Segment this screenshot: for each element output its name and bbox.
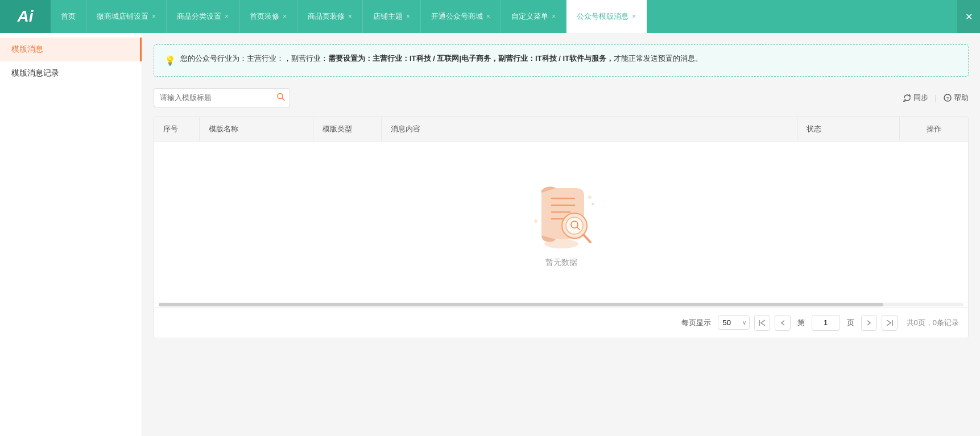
notice-text: 您的公众号行业为：主营行业：，副营行业：需要设置为：主营行业：IT科技 / 互联…: [180, 53, 702, 65]
nav-tab-label: 公众号模版消息: [577, 11, 628, 22]
col-header-status: 状态: [797, 117, 900, 141]
last-page-button[interactable]: [882, 315, 898, 331]
content-area: 💡 您的公众号行业为：主营行业：，副营行业：需要设置为：主营行业：IT科技 / …: [142, 33, 980, 436]
nav-tab-template-msg[interactable]: 公众号模版消息×: [567, 0, 647, 33]
col-header-type: 模版类型: [313, 117, 382, 141]
notice-prefix: 您的公众号行业为：主营行业：，副营行业：: [180, 54, 328, 63]
scroll-track: [159, 303, 964, 306]
main-layout: 模版消息模版消息记录 💡 您的公众号行业为：主营行业：，副营行业：需要设置为：主…: [0, 33, 980, 436]
scroll-thumb[interactable]: [159, 303, 883, 306]
scroll-bar-area: [154, 302, 968, 308]
nav-tab-label: 自定义菜单: [511, 11, 548, 22]
divider: |: [935, 93, 937, 102]
first-page-button[interactable]: [754, 315, 770, 331]
help-button[interactable]: ? 帮助: [944, 93, 969, 103]
nav-tab-label: 商品页装修: [308, 11, 345, 22]
nav-tab-product-category[interactable]: 商品分类设置×: [167, 0, 239, 33]
help-icon: ?: [944, 94, 952, 102]
page-di-label: 第: [797, 318, 805, 328]
empty-text: 暂无数据: [545, 258, 577, 268]
table-wrap: 序号 模版名称 模版类型 消息内容 状态 操作: [154, 117, 969, 338]
search-input[interactable]: [154, 88, 290, 107]
nav-tab-label: 开通公众号商城: [431, 11, 483, 22]
svg-point-15: [592, 203, 594, 205]
nav-tab-close-custom-menu[interactable]: ×: [552, 13, 556, 20]
nav-tab-product-decor[interactable]: 商品页装修×: [297, 0, 363, 33]
prev-page-button[interactable]: [775, 315, 791, 331]
nav-tab-close-wechat-shop[interactable]: ×: [152, 13, 156, 20]
search-input-wrap: [154, 88, 290, 107]
nav-tab-close-open-wechat[interactable]: ×: [486, 13, 490, 20]
next-page-button[interactable]: [861, 315, 877, 331]
pagination: 每页显示 50 10 20 100 第 页: [154, 308, 968, 338]
svg-point-10: [566, 217, 583, 234]
sidebar-item-template-msg[interactable]: 模版消息: [0, 38, 142, 61]
total-text: 共0页，0条记录: [907, 318, 959, 328]
nav-tab-label: 微商城店铺设置: [97, 11, 148, 22]
col-header-name: 模版名称: [200, 117, 313, 141]
empty-illustration: [524, 176, 598, 255]
logo: Ai: [0, 0, 51, 33]
svg-line-11: [584, 235, 590, 242]
search-button[interactable]: [276, 92, 286, 103]
sync-icon: [903, 94, 911, 102]
table-header: 序号 模版名称 模版类型 消息内容 状态 操作: [154, 117, 968, 142]
search-bar: 同步 | ? 帮助: [154, 88, 969, 107]
nav-tab-close-template-msg[interactable]: ×: [632, 13, 636, 20]
nav-tab-home[interactable]: 首页: [51, 0, 86, 33]
nav-tab-close-product-category[interactable]: ×: [225, 13, 229, 20]
close-all-tabs-button[interactable]: ✕: [957, 0, 980, 33]
notice-suffix: 才能正常发送预置的消息。: [614, 54, 702, 63]
notice-icon: 💡: [164, 53, 176, 68]
sidebar: 模版消息模版消息记录: [0, 33, 142, 436]
nav-tab-wechat-shop[interactable]: 微商城店铺设置×: [86, 0, 167, 33]
nav-tab-shop-theme[interactable]: 店铺主题×: [363, 0, 421, 33]
svg-line-1: [282, 98, 284, 100]
logo-text: Ai: [18, 7, 34, 26]
svg-point-14: [588, 196, 592, 199]
top-nav: Ai 首页微商城店铺设置×商品分类设置×首页装修×商品页装修×店铺主题×开通公众…: [0, 0, 980, 33]
nav-tab-label: 商品分类设置: [177, 11, 221, 22]
sync-label: 同步: [913, 93, 928, 103]
search-bar-right: 同步 | ? 帮助: [903, 93, 969, 103]
page-input[interactable]: [812, 315, 840, 331]
svg-point-16: [534, 219, 537, 223]
col-header-seq: 序号: [154, 117, 200, 141]
notice-box: 💡 您的公众号行业为：主营行业：，副营行业：需要设置为：主营行业：IT科技 / …: [154, 44, 969, 77]
nav-tab-close-home-decor[interactable]: ×: [283, 13, 287, 20]
help-label: 帮助: [954, 93, 969, 103]
page-size-label: 每页显示: [681, 318, 711, 328]
page-size-select[interactable]: 50 10 20 100: [718, 315, 750, 330]
nav-tab-close-product-decor[interactable]: ×: [348, 13, 352, 20]
sync-button[interactable]: 同步: [903, 93, 928, 103]
nav-tab-custom-menu[interactable]: 自定义菜单×: [501, 0, 567, 33]
page-size-wrap: 50 10 20 100: [718, 315, 750, 330]
page-label: 页: [847, 318, 854, 328]
col-header-content: 消息内容: [382, 117, 797, 141]
nav-tab-label: 店铺主题: [373, 11, 403, 22]
col-header-action: 操作: [900, 117, 968, 141]
empty-state: 暂无数据: [154, 142, 968, 302]
nav-tab-label: 首页: [61, 11, 76, 22]
nav-tab-close-shop-theme[interactable]: ×: [406, 13, 410, 20]
notice-highlight: 需要设置为：主营行业：IT科技 / 互联网|电子商务，副营行业：IT科技 / I…: [328, 54, 614, 63]
sidebar-item-template-msg-record[interactable]: 模版消息记录: [0, 61, 142, 85]
nav-tab-home-decor[interactable]: 首页装修×: [239, 0, 297, 33]
nav-tab-label: 首页装修: [250, 11, 279, 22]
nav-tab-open-wechat[interactable]: 开通公众号商城×: [421, 0, 501, 33]
svg-text:?: ?: [946, 96, 949, 101]
nav-tabs: 首页微商城店铺设置×商品分类设置×首页装修×商品页装修×店铺主题×开通公众号商城…: [51, 0, 957, 33]
